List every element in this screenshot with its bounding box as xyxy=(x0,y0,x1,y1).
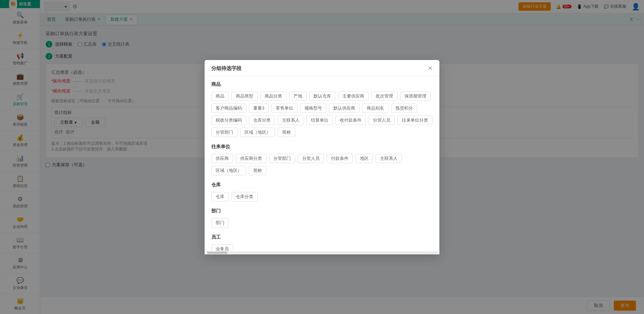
field-tag-0-5[interactable]: 主要供应商 xyxy=(338,91,369,101)
field-tag-1-8[interactable]: 简称 xyxy=(249,166,266,175)
field-tag-0-8[interactable]: 客户商品编码 xyxy=(211,104,246,113)
field-tags-0: 商品商品类型商品分类产地默认仓库主要供应商批次管理保质期管理客户商品编码重量3零… xyxy=(211,91,433,137)
modal-header: 分组待选字段 ✕ xyxy=(205,60,439,76)
field-tag-0-16[interactable]: 仓库分类 xyxy=(249,116,275,125)
field-tag-1-4[interactable]: 付款条件 xyxy=(327,154,353,163)
field-tags-4: 业务员 xyxy=(211,244,433,251)
field-tag-0-1[interactable]: 商品类型 xyxy=(231,91,258,101)
hscroll-thumb xyxy=(207,252,227,254)
field-tag-0-24[interactable]: 简称 xyxy=(278,128,295,137)
field-tag-0-6[interactable]: 批次管理 xyxy=(371,91,397,101)
field-tag-1-2[interactable]: 分管部门 xyxy=(269,154,295,163)
field-tag-2-1[interactable]: 仓库分类 xyxy=(231,192,258,201)
field-tag-2-0[interactable]: 仓库 xyxy=(211,192,229,201)
field-section-title-2: 仓库 xyxy=(211,182,433,188)
field-tag-0-11[interactable]: 规格型号 xyxy=(300,104,326,113)
field-tags-3: 部门 xyxy=(211,218,433,228)
field-tag-0-7[interactable]: 保质期管理 xyxy=(400,91,431,101)
modal-overlay: 分组待选字段 ✕ 商品商品商品类型商品分类产地默认仓库主要供应商批次管理保质期管… xyxy=(0,0,644,314)
field-tag-0-22[interactable]: 分管部门 xyxy=(211,128,237,137)
field-section-title-1: 往来单位 xyxy=(211,144,433,150)
field-tag-1-3[interactable]: 分管人员 xyxy=(298,154,324,163)
field-section-3: 部门部门 xyxy=(211,208,433,228)
field-tag-0-23[interactable]: 区域（地区） xyxy=(240,128,275,137)
field-tag-0-4[interactable]: 默认仓库 xyxy=(309,91,335,101)
field-section-4: 员工业务员 xyxy=(211,234,433,251)
field-tag-0-20[interactable]: 分管人员 xyxy=(369,116,395,125)
field-tag-0-13[interactable]: 商品别名 xyxy=(362,104,388,113)
hscroll-track xyxy=(206,252,438,254)
modal: 分组待选字段 ✕ 商品商品商品类型商品分类产地默认仓库主要供应商批次管理保质期管… xyxy=(205,60,439,254)
field-tag-0-10[interactable]: 零售单位 xyxy=(271,104,298,113)
field-tag-4-0[interactable]: 业务员 xyxy=(211,244,233,251)
field-section-title-3: 部门 xyxy=(211,208,433,214)
field-section-0: 商品商品商品类型商品分类产地默认仓库主要供应商批次管理保质期管理客户商品编码重量… xyxy=(211,81,433,137)
field-tag-0-19[interactable]: 收付款条件 xyxy=(335,116,366,125)
field-tag-0-2[interactable]: 商品分类 xyxy=(260,91,286,101)
field-tag-0-21[interactable]: 往来单位分类 xyxy=(397,116,432,125)
field-tag-1-6[interactable]: 主联系人 xyxy=(376,154,402,163)
field-tag-0-18[interactable]: 结算单位 xyxy=(307,116,333,125)
field-tag-0-14[interactable]: 拣货积分 xyxy=(391,104,417,113)
field-tags-1: 供应商供应商分类分管部门分管人员付款条件地区主联系人区域（地区）简称 xyxy=(211,154,433,175)
field-tag-0-0[interactable]: 商品 xyxy=(211,91,229,101)
modal-hscroll[interactable] xyxy=(205,251,439,254)
field-tag-1-1[interactable]: 供应商分类 xyxy=(236,154,266,163)
field-tag-0-15[interactable]: 税收分类编码 xyxy=(211,116,246,125)
field-section-title-0: 商品 xyxy=(211,81,433,87)
field-tag-1-0[interactable]: 供应商 xyxy=(211,154,233,163)
modal-body: 商品商品商品类型商品分类产地默认仓库主要供应商批次管理保质期管理客户商品编码重量… xyxy=(205,76,439,251)
modal-title: 分组待选字段 xyxy=(211,65,241,72)
field-section-1: 往来单位供应商供应商分类分管部门分管人员付款条件地区主联系人区域（地区）简称 xyxy=(211,144,433,175)
field-tag-0-9[interactable]: 重量3 xyxy=(249,104,269,113)
field-tag-0-17[interactable]: 主联系人 xyxy=(278,116,304,125)
field-tag-3-0[interactable]: 部门 xyxy=(211,218,229,228)
field-section-title-4: 员工 xyxy=(211,234,433,240)
modal-close-button[interactable]: ✕ xyxy=(428,65,433,71)
field-tag-0-12[interactable]: 默认供应商 xyxy=(329,104,360,113)
field-tags-2: 仓库仓库分类 xyxy=(211,192,433,201)
field-tag-1-5[interactable]: 地区 xyxy=(356,154,373,163)
field-tag-0-3[interactable]: 产地 xyxy=(289,91,307,101)
field-tag-1-7[interactable]: 区域（地区） xyxy=(211,166,246,175)
field-section-2: 仓库仓库仓库分类 xyxy=(211,182,433,201)
